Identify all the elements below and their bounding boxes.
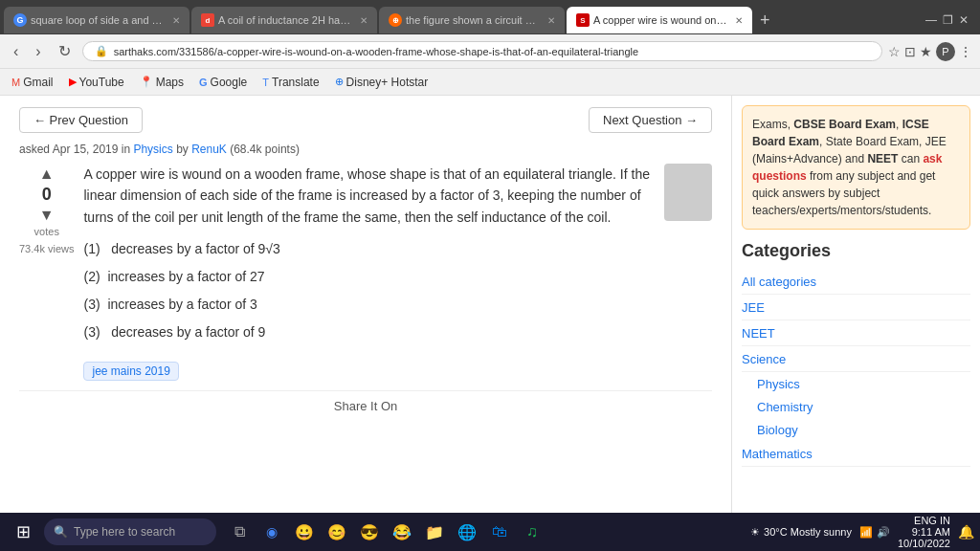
- promo-text-end: can: [898, 152, 923, 165]
- edge-icon: 🌐: [457, 523, 477, 541]
- taskbar-store[interactable]: 🛍: [484, 517, 515, 547]
- taskbar-emoji4[interactable]: 😂: [387, 517, 417, 547]
- taskbar-search-icon: 🔍: [54, 525, 68, 539]
- votes-label: votes: [34, 226, 59, 237]
- taskbar-right: ☀ 30°C Mostly sunny 📶 🔊 ENG IN 9:11 AM 1…: [750, 515, 974, 549]
- tab-3-close[interactable]: ✕: [547, 15, 555, 26]
- bookmark-gmail[interactable]: M Gmail: [8, 74, 57, 91]
- category-jee[interactable]: JEE: [742, 295, 970, 320]
- option-1: (1) decreases by a factor of 9√3: [83, 239, 655, 259]
- address-text: sarthaks.com/331586/a-copper-wire-is-wou…: [114, 46, 870, 57]
- favicon-1: G: [13, 13, 27, 27]
- question-text-area: A copper wire is wound on a wooden frame…: [83, 164, 655, 381]
- bookmark-maps[interactable]: 📍 Maps: [136, 74, 188, 91]
- back-button[interactable]: ‹: [8, 41, 24, 62]
- taskbar-emoji2[interactable]: 😊: [322, 517, 352, 547]
- vote-down-button[interactable]: ▼: [37, 205, 56, 226]
- taskbar-file-explorer[interactable]: 📁: [419, 517, 450, 547]
- category-all[interactable]: All categories: [742, 269, 970, 295]
- tab-3[interactable]: ⊕ the figure shown a circuit contai ✕: [379, 7, 565, 33]
- share-section: Share It On: [19, 390, 712, 413]
- category-neet[interactable]: NEET: [742, 320, 970, 346]
- volume-icon[interactable]: 🔊: [877, 526, 890, 539]
- tab-1[interactable]: G square loop of side a and one te ✕: [4, 7, 189, 33]
- refresh-button[interactable]: ↻: [53, 40, 77, 62]
- tab-4[interactable]: S A copper wire is wound on a wo ✕: [567, 7, 752, 33]
- option-3: (3) increases by a factor of 3: [83, 295, 655, 315]
- categories-section: Categories All categories JEE NEET Scien…: [742, 241, 970, 467]
- question-tag[interactable]: jee mains 2019: [83, 362, 178, 381]
- taskbar-task-view[interactable]: ⧉: [224, 517, 255, 547]
- extension-icon-1[interactable]: ⊡: [904, 44, 916, 59]
- store-icon: 🛍: [492, 523, 507, 540]
- category-physics[interactable]: Physics: [742, 372, 970, 395]
- gmail-icon: M: [11, 77, 20, 88]
- prev-question-button[interactable]: ← Prev Question: [19, 107, 143, 133]
- taskbar-edge[interactable]: 🌐: [452, 517, 482, 547]
- favicon-2: d: [201, 13, 214, 27]
- windows-icon: ⊞: [16, 521, 31, 542]
- category-mathematics[interactable]: Mathematics: [742, 441, 970, 467]
- taskbar-emoji3[interactable]: 😎: [354, 517, 385, 547]
- tab-1-label: square loop of side a and one te: [31, 14, 165, 26]
- category-chemistry-link[interactable]: Chemistry: [757, 400, 813, 414]
- views-count: 73.4k views: [19, 243, 74, 254]
- forward-button[interactable]: ›: [30, 41, 46, 62]
- tab-1-close[interactable]: ✕: [172, 15, 180, 26]
- question-body: ▲ 0 ▼ votes 73.4k views A copper wire is…: [19, 164, 712, 381]
- next-question-button[interactable]: Next Question →: [589, 107, 712, 133]
- emoji3-icon: 😎: [360, 523, 379, 541]
- bookmark-gmail-label: Gmail: [23, 76, 53, 89]
- window-controls: — ❐ ✕: [925, 13, 976, 27]
- vote-section: ▲ 0 ▼ votes 73.4k views: [19, 164, 74, 381]
- menu-icon[interactable]: ⋮: [959, 44, 972, 59]
- bookmark-translate[interactable]: T Translate: [258, 74, 323, 91]
- profile-icon[interactable]: P: [936, 42, 955, 61]
- meta-date: Apr 15, 2019 in: [53, 143, 134, 156]
- option-4-num: (3) decreases by a factor of 9: [83, 324, 265, 340]
- new-tab-button[interactable]: +: [760, 11, 770, 31]
- bookmark-star[interactable]: ☆: [888, 44, 901, 59]
- category-jee-link[interactable]: JEE: [742, 300, 765, 315]
- address-bar[interactable]: 🔒 sarthaks.com/331586/a-copper-wire-is-w…: [82, 41, 882, 61]
- taskbar-search[interactable]: 🔍 Type here to search: [44, 518, 216, 545]
- bookmark-youtube[interactable]: ▶ YouTube: [65, 74, 128, 91]
- notification-button[interactable]: 🔔: [958, 524, 974, 540]
- category-biology-link[interactable]: Biology: [757, 423, 798, 437]
- start-button[interactable]: ⊞: [6, 517, 40, 547]
- vote-up-button[interactable]: ▲: [37, 164, 56, 185]
- clock[interactable]: ENG IN 9:11 AM 10/10/2022: [898, 515, 950, 549]
- meta-asked: asked: [19, 143, 53, 156]
- taskbar-emoji[interactable]: 😀: [289, 517, 320, 547]
- taskbar-app-icons: ⧉ ◉ 😀 😊 😎 😂 📁 🌐 🛍 ♫: [224, 517, 547, 547]
- emoji4-icon: 😂: [392, 523, 412, 541]
- maximize-button[interactable]: ❐: [943, 13, 953, 27]
- category-science-link[interactable]: Science: [742, 352, 786, 366]
- category-physics-link[interactable]: Physics: [757, 377, 800, 391]
- meta-user-link[interactable]: RenuK: [191, 143, 227, 156]
- close-button[interactable]: ✕: [959, 13, 969, 27]
- option-2: (2) increases by a factor of 27: [83, 267, 655, 287]
- category-biology[interactable]: Biology: [742, 418, 970, 441]
- bookmark-google[interactable]: G Google: [195, 74, 251, 91]
- category-chemistry[interactable]: Chemistry: [742, 395, 970, 418]
- category-all-link[interactable]: All categories: [742, 275, 816, 289]
- network-icon[interactable]: 📶: [859, 526, 873, 539]
- extension-icon-2[interactable]: ★: [920, 44, 932, 59]
- weather-display: ☀ 30°C Mostly sunny: [750, 526, 852, 539]
- tab-4-label: A copper wire is wound on a wo: [593, 14, 727, 26]
- taskbar-chrome[interactable]: ◉: [256, 517, 287, 547]
- option-1-num: (1) decreases by a factor of 9√3: [83, 241, 279, 256]
- tab-2-close[interactable]: ✕: [360, 15, 368, 26]
- taskbar-spotify[interactable]: ♫: [517, 517, 547, 547]
- minimize-button[interactable]: —: [925, 13, 937, 27]
- meta-subject-link[interactable]: Physics: [133, 143, 172, 156]
- category-science[interactable]: Science: [742, 346, 970, 372]
- bookmark-hotstar[interactable]: ⊕ Disney+ Hotstar: [331, 74, 433, 91]
- option-4: (3) decreases by a factor of 9: [83, 322, 655, 342]
- tab-2[interactable]: d A coil of inductance 2H having n ✕: [191, 7, 377, 33]
- tab-4-close[interactable]: ✕: [735, 15, 743, 26]
- bookmark-maps-label: Maps: [156, 76, 184, 89]
- category-neet-link[interactable]: NEET: [742, 326, 775, 341]
- category-mathematics-link[interactable]: Mathematics: [742, 447, 813, 461]
